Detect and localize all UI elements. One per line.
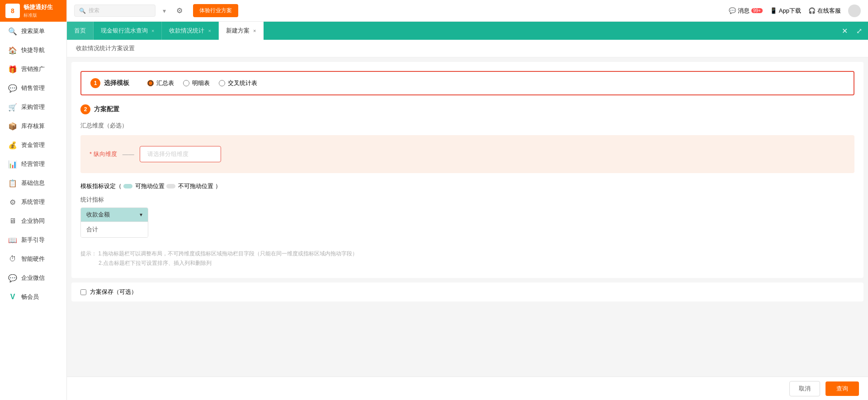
dropdown-arrow-icon[interactable]: ▾ — [163, 7, 166, 14]
tab-new-plan-label: 新建方案 — [226, 27, 250, 35]
maximize-btn[interactable]: ⤢ — [854, 25, 864, 36]
tab-cash-bank[interactable]: 现金银行流水查询 — [94, 22, 162, 40]
radio-cross[interactable]: 交叉统计表 — [219, 79, 257, 87]
messages-button[interactable]: 💬 消息 99+ — [729, 7, 763, 15]
sidebar-item-finance[interactable]: 💰 资金管理 — [0, 136, 66, 155]
gear-icon: ⚙ — [9, 198, 17, 206]
sidebar-item-inventory[interactable]: 📦 库存核算 — [0, 117, 66, 136]
sales-icon: 💬 — [9, 84, 17, 92]
hint-draggable-label: 可拖动位置 — [135, 182, 165, 190]
cancel-button[interactable]: 取消 — [789, 381, 820, 396]
vip-icon: V — [9, 293, 17, 301]
tab-new-plan[interactable]: 新建方案 — [219, 22, 264, 40]
tabs-bar: 首页 现金银行流水查询 收款情况统计 新建方案 ✕ ⤢ — [67, 22, 868, 40]
stats-box-header[interactable]: 收款金额 ▾ — [81, 208, 148, 221]
save-label: 方案保存（可选） — [90, 288, 137, 296]
sidebar-item-basic-info[interactable]: 📋 基础信息 — [0, 174, 66, 193]
sidebar-item-management[interactable]: 📊 经营管理 — [0, 155, 66, 174]
step1-panel: 1 选择模板 汇总表 明细表 交叉统计表 — [71, 62, 863, 278]
sidebar-item-purchase[interactable]: 🛒 采购管理 — [0, 98, 66, 117]
step2-label: 方案配置 — [94, 105, 119, 113]
sidebar-item-member[interactable]: V 畅会员 — [0, 287, 66, 306]
sidebar-item-label: 基础信息 — [21, 179, 45, 187]
dim-arrow: —— — [123, 151, 134, 158]
tab-cash-bank-close[interactable] — [151, 28, 154, 33]
service-label: 在线客服 — [817, 7, 841, 15]
header-search-bar[interactable]: 🔍 搜索 — [74, 5, 156, 17]
service-icon: 🎧 — [808, 7, 816, 14]
sidebar-item-search[interactable]: 🔍 搜索菜单 — [0, 22, 66, 41]
logo-icon: 8 — [5, 4, 20, 18]
stats-header-label: 收款金额 — [86, 211, 110, 219]
close-tab-btn[interactable]: ✕ — [839, 25, 850, 36]
radio-cross-input[interactable] — [219, 80, 225, 86]
dim-selector-dropdown[interactable]: 请选择分组维度 — [140, 146, 221, 162]
header-actions: 💬 消息 99+ 📱 App下载 🎧 在线客服 — [729, 5, 861, 17]
top-header: 🔍 搜索 ▾ ⚙ 体验行业方案 💬 消息 99+ 📱 App下载 🎧 在线客服 — [67, 0, 868, 22]
sidebar-item-label: 企业协同 — [21, 217, 45, 225]
sidebar-item-nav[interactable]: 🏠 快捷导航 — [0, 41, 66, 60]
sidebar-item-label: 销售管理 — [21, 84, 45, 92]
content-area: 收款情况统计方案设置 1 选择模板 汇总表 明细表 — [67, 40, 868, 400]
tip2: 2.点击标题栏下拉可设置排序、插入列和删除列 — [80, 259, 854, 267]
tab-cash-bank-label: 现金银行流水查询 — [101, 27, 148, 35]
save-checkbox[interactable] — [80, 289, 86, 295]
stats-box: 收款金额 ▾ 合计 — [80, 207, 148, 238]
user-avatar[interactable] — [848, 5, 861, 17]
trial-button[interactable]: 体验行业方案 — [193, 4, 238, 17]
draggable-dot — [123, 184, 132, 188]
sidebar-item-label: 系统管理 — [21, 198, 45, 206]
vertical-dim-row: * 纵向维度 —— 请选择分组维度 — [90, 146, 845, 162]
money-icon: 💰 — [9, 141, 17, 149]
sidebar-item-system[interactable]: ⚙ 系统管理 — [0, 193, 66, 212]
monitor-icon: 🖥 — [9, 217, 17, 225]
app-label: App下载 — [779, 7, 801, 15]
sidebar: 8 畅捷通好生 标准版 🔍 搜索菜单 🏠 快捷导航 🎁 营销推广 💬 销售管理 … — [0, 0, 67, 400]
message-icon: 💬 — [729, 7, 736, 14]
app-download-button[interactable]: 📱 App下载 — [770, 7, 801, 15]
sidebar-item-label: 快捷导航 — [21, 46, 45, 54]
radio-detail[interactable]: 明细表 — [183, 79, 210, 87]
chart-icon: 📊 — [9, 160, 17, 168]
sidebar-item-smart-hardware[interactable]: ⏱ 智能硬件 — [0, 249, 66, 268]
metrics-hint-row: 模板指标设定（ 可拖动位置 不可拖动位置 ） — [80, 182, 854, 190]
search-icon: 🔍 — [9, 27, 17, 35]
radio-detail-input[interactable] — [183, 80, 189, 86]
sidebar-item-wechat[interactable]: 💬 企业微信 — [0, 268, 66, 287]
tab-new-plan-close[interactable] — [253, 28, 256, 33]
metrics-label-close: ） — [215, 182, 221, 190]
radio-summary-input[interactable] — [147, 80, 154, 86]
hint-not-draggable: 不可拖动位置 — [166, 182, 213, 190]
step2-num: 2 — [80, 104, 90, 114]
sidebar-item-enterprise-collab[interactable]: 🖥 企业协同 — [0, 212, 66, 231]
settings-button[interactable]: ⚙ — [173, 5, 186, 17]
step1-label: 选择模板 — [104, 79, 129, 87]
sidebar-item-sales[interactable]: 💬 销售管理 — [0, 79, 66, 98]
sidebar-item-label: 畅会员 — [21, 293, 39, 301]
tab-receipts[interactable]: 收款情况统计 — [162, 22, 218, 40]
sidebar-item-new-user[interactable]: 📖 新手引导 — [0, 231, 66, 249]
query-button[interactable]: 查询 — [826, 381, 859, 396]
sidebar-item-label: 库存核算 — [21, 122, 45, 130]
sidebar-item-label: 智能硬件 — [21, 255, 45, 263]
tab-home[interactable]: 首页 — [67, 22, 94, 40]
tabs-end: ✕ ⤢ — [839, 25, 868, 36]
tab-receipts-close[interactable] — [208, 28, 211, 33]
list-icon: 📋 — [9, 179, 17, 187]
sidebar-item-label: 资金管理 — [21, 141, 45, 149]
tab-receipts-label: 收款情况统计 — [169, 27, 204, 35]
tab-home-label: 首页 — [74, 27, 86, 35]
metrics-section: 模板指标设定（ 可拖动位置 不可拖动位置 ） 统计指标 — [80, 182, 854, 239]
app-icon: 📱 — [770, 7, 777, 14]
online-service-button[interactable]: 🎧 在线客服 — [808, 7, 841, 15]
stats-header-chevron: ▾ — [140, 212, 142, 218]
sidebar-item-label: 新手引导 — [21, 236, 45, 244]
stats-box-row: 合计 — [81, 221, 148, 237]
wechat-icon: 💬 — [9, 274, 17, 282]
step1-num: 1 — [90, 78, 100, 88]
stats-row-label: 合计 — [86, 226, 98, 233]
sidebar-item-marketing[interactable]: 🎁 营销推广 — [0, 60, 66, 79]
logo-badge: 标准版 — [24, 12, 53, 19]
radio-summary[interactable]: 汇总表 — [147, 79, 174, 87]
sidebar-item-label: 营销推广 — [21, 65, 45, 73]
